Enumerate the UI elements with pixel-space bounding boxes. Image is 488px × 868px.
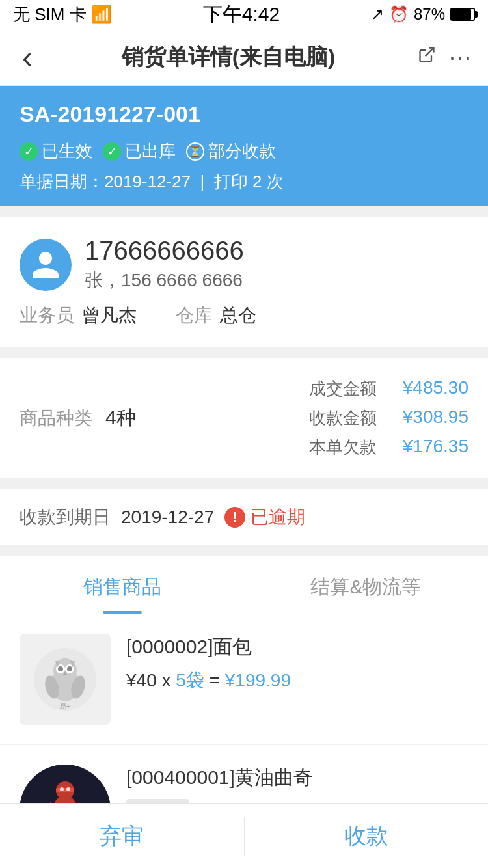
due-date-value: 2019-12-27	[121, 507, 214, 528]
deal-amount-value: ¥485.30	[403, 377, 468, 400]
customer-top: 17666666666 张，156 6666 6666	[20, 236, 468, 293]
svg-point-7	[67, 666, 72, 671]
order-id: SA-20191227-001	[20, 102, 200, 127]
sales-label: 业务员	[20, 303, 74, 328]
badge-shipped: ✓ 已出库	[103, 140, 176, 163]
battery-text: 87%	[414, 5, 445, 23]
overdue-text: 已逾期	[251, 505, 305, 530]
svg-point-23	[66, 787, 70, 791]
deal-amount-label: 成交金额	[309, 377, 377, 400]
stats-left: 商品种类 4种	[20, 377, 136, 459]
product-types-label: 商品种类	[20, 406, 92, 431]
tab-settlement[interactable]: 结算&物流等	[244, 556, 488, 614]
customer-avatar	[20, 239, 72, 291]
svg-text:易+: 易+	[60, 703, 70, 710]
product-name-2: [000400001]黄油曲奇	[126, 765, 468, 791]
warehouse-meta: 仓库 总仓	[176, 303, 256, 328]
product-price-1: ¥40 x 5袋 = ¥199.99	[126, 668, 468, 693]
nav-bar: ‹ 销货单详情(来自电脑) ···	[0, 29, 488, 86]
tabs-section: 销售商品 结算&物流等	[0, 556, 488, 614]
customer-section: 17666666666 张，156 6666 6666 业务员 曾凡杰 仓库 总…	[0, 217, 488, 347]
product-item-1: 易+ [0000002]面包 ¥40 x 5袋 = ¥199.99	[0, 614, 488, 745]
bottom-bar: 弃审 收款	[0, 803, 488, 868]
svg-point-22	[60, 787, 64, 791]
customer-phone: 17666666666	[85, 236, 244, 265]
status-network: 无 SIM 卡 📶	[13, 3, 112, 26]
received-amount-row: 收款金额 ¥308.95	[309, 407, 468, 429]
cancel-review-button[interactable]: 弃审	[0, 804, 244, 868]
badge-partial: ⏳ 部分收款	[186, 140, 276, 163]
product-total-1: ¥199.99	[225, 670, 291, 690]
partial-icon: ⏳	[186, 142, 204, 161]
deal-amount-row: 成交金额 ¥485.30	[309, 377, 468, 400]
due-label: 收款到期日	[20, 505, 111, 530]
product-types-value: 4种	[105, 405, 136, 431]
svg-line-0	[426, 48, 434, 57]
shipped-icon: ✓	[103, 142, 121, 161]
overdue-icon: !	[224, 507, 245, 528]
customer-meta: 业务员 曾凡杰 仓库 总仓	[20, 303, 468, 328]
payment-button[interactable]: 收款	[245, 804, 489, 868]
order-date: 单据日期：2019-12-27 | 打印 2 次	[20, 170, 468, 193]
debt-amount-row: 本单欠款 ¥176.35	[309, 436, 468, 459]
warehouse-value: 总仓	[220, 303, 256, 328]
nav-right-actions: ···	[418, 44, 472, 71]
badge-effective: ✓ 已生效	[20, 140, 92, 163]
svg-point-5	[58, 666, 63, 671]
status-bar: 无 SIM 卡 📶 下午4:42 ↗ ⏰ 87%	[0, 0, 488, 29]
sales-meta: 业务员 曾凡杰	[20, 303, 137, 328]
svg-rect-16	[56, 788, 74, 792]
more-icon[interactable]: ···	[449, 44, 472, 71]
back-button[interactable]: ‹	[16, 33, 39, 81]
status-time: 下午4:42	[203, 1, 280, 28]
effective-icon: ✓	[20, 142, 38, 161]
location-icon: ↗	[371, 5, 384, 23]
share-icon[interactable]	[418, 46, 436, 68]
battery-icon	[450, 8, 475, 21]
product-name-1: [0000002]面包	[126, 634, 468, 660]
sales-value: 曾凡杰	[82, 303, 137, 328]
product-info-1: [0000002]面包 ¥40 x 5袋 = ¥199.99	[126, 634, 468, 725]
warehouse-label: 仓库	[176, 303, 212, 328]
status-right-icons: ↗ ⏰ 87%	[371, 5, 475, 23]
received-amount-label: 收款金额	[309, 407, 377, 429]
customer-info: 17666666666 张，156 6666 6666	[85, 236, 244, 293]
product-qty-1: 5袋	[176, 670, 204, 690]
stats-section: 商品种类 4种 成交金额 ¥485.30 收款金额 ¥308.95 本单欠款 ¥…	[0, 358, 488, 478]
order-status-badges: ✓ 已生效 ✓ 已出库 ⏳ 部分收款	[20, 140, 276, 163]
due-section: 收款到期日 2019-12-27 ! 已逾期	[0, 489, 488, 545]
page-title: 销货单详情(来自电脑)	[39, 42, 418, 72]
product-image-1: 易+	[20, 634, 111, 725]
debt-amount-value: ¥176.35	[403, 436, 468, 459]
debt-amount-label: 本单欠款	[309, 436, 377, 459]
received-amount-value: ¥308.95	[403, 407, 468, 429]
tab-products[interactable]: 销售商品	[0, 556, 244, 614]
stats-right: 成交金额 ¥485.30 收款金额 ¥308.95 本单欠款 ¥176.35	[309, 377, 468, 459]
order-header: SA-20191227-001 ✓ 已生效 ✓ 已出库 ⏳ 部分收款 单据日期：…	[0, 86, 488, 206]
customer-name-phone: 张，156 6666 6666	[85, 268, 244, 293]
overdue-badge: ! 已逾期	[224, 505, 305, 530]
alarm-icon: ⏰	[389, 5, 409, 23]
